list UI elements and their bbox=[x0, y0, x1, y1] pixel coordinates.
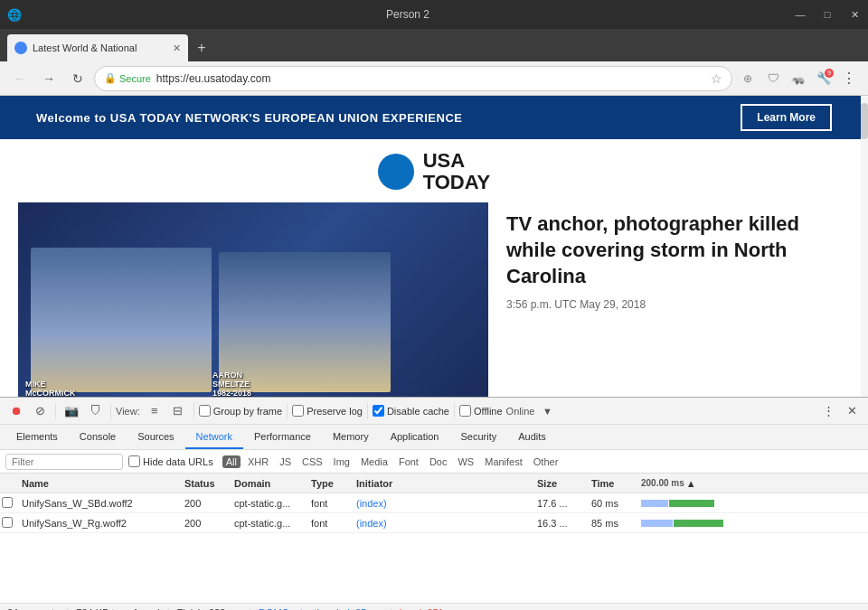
header-domain[interactable]: Domain bbox=[231, 478, 307, 489]
more-tools-button[interactable]: ⋮ bbox=[817, 400, 839, 422]
usa-today-header: USA TODAY bbox=[0, 139, 868, 202]
sort-icon: ▲ bbox=[686, 478, 696, 489]
status-bar: 34 requests | 704 KB transferred | Finis… bbox=[0, 603, 868, 610]
filter-css[interactable]: CSS bbox=[298, 455, 326, 468]
header-initiator[interactable]: Initiator bbox=[353, 478, 533, 489]
initiator-link[interactable]: (index) bbox=[356, 518, 387, 529]
browser-tab[interactable]: Latest World & National ✕ bbox=[7, 34, 188, 61]
tab-favicon bbox=[14, 42, 27, 54]
tab-audits[interactable]: Audits bbox=[507, 425, 557, 449]
filter-other[interactable]: Other bbox=[530, 455, 562, 468]
filter-types: All XHR JS CSS Img Media Font Doc WS Man… bbox=[222, 455, 562, 468]
scrollbar[interactable] bbox=[861, 96, 868, 397]
back-button[interactable]: ← bbox=[7, 66, 33, 91]
throttle-dropdown[interactable]: ▼ bbox=[536, 400, 558, 422]
filter-all[interactable]: All bbox=[222, 455, 241, 468]
tab-network[interactable]: Network bbox=[185, 425, 243, 449]
forward-button[interactable]: → bbox=[36, 66, 61, 91]
group-by-frame-checkbox[interactable]: Group by frame bbox=[199, 405, 282, 417]
hide-data-urls-checkbox[interactable]: Hide data URLs bbox=[128, 455, 213, 467]
waterfall-bar bbox=[641, 519, 723, 528]
article-photo bbox=[18, 202, 488, 397]
table-row[interactable]: UnifySans_W_SBd.woff2 200 cpt-static.g..… bbox=[0, 493, 868, 513]
filter-font[interactable]: Font bbox=[395, 455, 422, 468]
menu-button[interactable]: ⋮ bbox=[837, 67, 861, 90]
recv-bar bbox=[669, 500, 714, 507]
title-bar: 🌐 Person 2 — □ ✕ bbox=[0, 0, 868, 29]
badger-icon[interactable]: 🦡 bbox=[787, 67, 810, 90]
tab-performance[interactable]: Performance bbox=[243, 425, 322, 449]
refresh-button[interactable]: ↻ bbox=[65, 66, 90, 91]
finish-time: Finish: 239 ms bbox=[177, 607, 242, 611]
header-name[interactable]: Name bbox=[18, 478, 181, 489]
wait-bar bbox=[641, 520, 673, 527]
row-waterfall bbox=[637, 519, 866, 528]
eu-banner: Welcome to USA TODAY NETWORK'S EUROPEAN … bbox=[0, 96, 868, 139]
row-waterfall bbox=[637, 499, 866, 508]
learn-more-button[interactable]: Learn More bbox=[741, 104, 832, 131]
preserve-log-checkbox[interactable]: Preserve log bbox=[292, 405, 363, 417]
tab-elements[interactable]: Elements bbox=[5, 425, 69, 449]
clear-button[interactable]: ⊘ bbox=[29, 400, 51, 422]
devtools-panel: ⏺ ⊘ 📷 ⛉ View: ≡ ⊟ Group by frame Preserv… bbox=[0, 397, 868, 610]
filter-button[interactable]: ⛉ bbox=[84, 400, 106, 422]
header-size[interactable]: Size bbox=[533, 478, 588, 489]
filter-xhr[interactable]: XHR bbox=[244, 455, 272, 468]
filter-input[interactable] bbox=[5, 454, 123, 470]
filter-js[interactable]: JS bbox=[276, 455, 295, 468]
detail-view-button[interactable]: ⊟ bbox=[167, 400, 189, 422]
header-waterfall[interactable]: 200.00 ms ▲ bbox=[637, 478, 866, 489]
row-size: 17.6 ... bbox=[533, 498, 588, 509]
row-initiator: (index) bbox=[353, 518, 533, 529]
separator-2 bbox=[110, 403, 111, 419]
extensions-icon[interactable]: ⊕ bbox=[736, 67, 760, 90]
disable-cache-checkbox[interactable]: Disable cache bbox=[373, 405, 449, 417]
face-left-photo bbox=[31, 248, 212, 392]
tab-memory[interactable]: Memory bbox=[322, 425, 380, 449]
devtools-panel-selector[interactable]: ⋮ bbox=[817, 400, 839, 422]
minimize-button[interactable]: — bbox=[794, 8, 807, 21]
offline-checkbox[interactable]: Offline bbox=[459, 405, 503, 417]
row-name: UnifySans_W_Rg.woff2 bbox=[18, 518, 181, 529]
tab-sources[interactable]: Sources bbox=[127, 425, 184, 449]
maximize-button[interactable]: □ bbox=[821, 8, 834, 21]
tab-close-button[interactable]: ✕ bbox=[173, 42, 181, 54]
row-status: 200 bbox=[181, 518, 231, 529]
close-devtools-button[interactable]: ✕ bbox=[841, 400, 863, 422]
filter-manifest[interactable]: Manifest bbox=[481, 455, 526, 468]
row-time: 85 ms bbox=[588, 518, 637, 529]
separator-5 bbox=[367, 403, 368, 419]
scrollbar-thumb[interactable] bbox=[861, 103, 868, 139]
table-row[interactable]: UnifySans_W_Rg.woff2 200 cpt-static.g...… bbox=[0, 513, 868, 533]
tab-application[interactable]: Application bbox=[380, 425, 450, 449]
shield-icon[interactable]: 🛡 bbox=[761, 67, 785, 90]
tab-security[interactable]: Security bbox=[449, 425, 507, 449]
separator-4 bbox=[287, 403, 288, 419]
filter-ws[interactable]: WS bbox=[454, 455, 477, 468]
url-input[interactable] bbox=[156, 72, 705, 85]
extra-icon[interactable]: 🔧 9 bbox=[812, 67, 835, 90]
devtools-toolbar: ⏺ ⊘ 📷 ⛉ View: ≡ ⊟ Group by frame Preserv… bbox=[0, 398, 868, 425]
filter-img[interactable]: Img bbox=[330, 455, 354, 468]
header-time[interactable]: Time bbox=[588, 478, 637, 489]
header-status[interactable]: Status bbox=[181, 478, 231, 489]
logo-text: USA TODAY bbox=[423, 150, 491, 193]
header-type[interactable]: Type bbox=[307, 478, 353, 489]
network-table: Name Status Domain Type Initiator Size T… bbox=[0, 474, 868, 603]
bookmark-icon[interactable]: ☆ bbox=[711, 71, 722, 86]
camera-button[interactable]: 📷 bbox=[61, 400, 82, 422]
separator-3 bbox=[193, 403, 194, 419]
tab-console[interactable]: Console bbox=[69, 425, 127, 449]
article-images: MIKE McCORMICK AARON SMELTZE 1982-2018 bbox=[18, 202, 488, 397]
recv-bar bbox=[674, 520, 723, 527]
close-button[interactable]: ✕ bbox=[848, 8, 861, 21]
record-button[interactable]: ⏺ bbox=[5, 400, 27, 422]
initiator-link[interactable]: (index) bbox=[356, 498, 387, 509]
address-bar[interactable]: 🔒 Secure ☆ bbox=[94, 66, 732, 91]
list-view-button[interactable]: ≡ bbox=[144, 400, 165, 422]
row-type: font bbox=[307, 518, 353, 529]
filter-media[interactable]: Media bbox=[357, 455, 392, 468]
filter-doc[interactable]: Doc bbox=[426, 455, 451, 468]
separator-1 bbox=[55, 403, 56, 419]
new-tab-button[interactable]: + bbox=[188, 34, 215, 61]
